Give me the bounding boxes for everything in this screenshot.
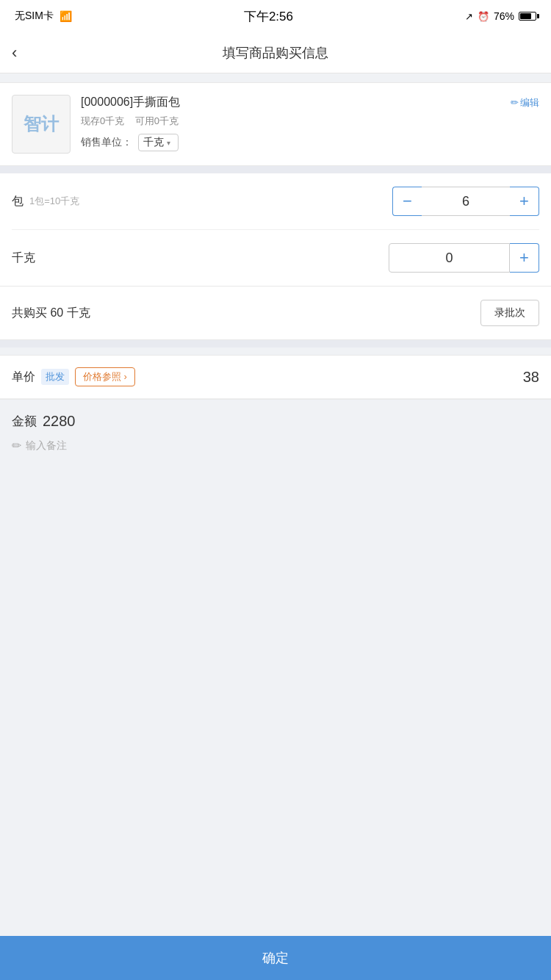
battery-text: 76%: [494, 10, 514, 22]
stock-available: 可用0千克: [135, 115, 179, 126]
alarm-icon: ⏰: [478, 11, 489, 22]
status-time: 下午2:56: [244, 8, 293, 25]
batch-button[interactable]: 录批次: [480, 300, 539, 326]
quantity-kg-row: 千克 +: [12, 230, 539, 286]
summary-row: 共购买 60 千克 录批次: [0, 287, 551, 340]
confirm-bar[interactable]: 确定: [0, 936, 551, 980]
unit-selector[interactable]: 千克 ▾: [138, 134, 179, 151]
kg-increment-button[interactable]: +: [510, 243, 539, 273]
amount-value: 2280: [43, 413, 76, 430]
edit-label: 编辑: [520, 96, 539, 109]
back-button[interactable]: ‹: [12, 43, 17, 62]
quantity-section: 包 1包=10千克 − + 千克 +: [0, 173, 551, 287]
kg-controls: +: [389, 243, 539, 273]
edit-button[interactable]: ✏ 编辑: [511, 96, 539, 109]
price-ref-button[interactable]: 价格参照 ›: [75, 367, 135, 386]
status-carrier: 无SIM卡 📶: [15, 10, 72, 23]
product-name-row: [0000006]手撕面包 ✏ 编辑: [81, 95, 539, 110]
bao-hint: 1包=10千克: [29, 195, 79, 208]
product-name: [0000006]手撕面包: [81, 95, 180, 110]
location-icon: ↗: [465, 11, 473, 22]
bottom-spacer: [0, 460, 551, 607]
price-section: 单价 批发 价格参照 › 38: [0, 355, 551, 400]
bao-label-group: 包 1包=10千克: [12, 194, 79, 209]
kg-label: 千克: [12, 251, 35, 266]
amount-section: 金额 2280 ✏ 输入备注: [0, 400, 551, 460]
note-icon: ✏: [12, 439, 21, 453]
product-thumbnail: 智计: [12, 95, 71, 154]
status-indicators: ↗ ⏰ 76%: [465, 10, 536, 22]
battery-icon: [519, 12, 536, 21]
amount-row: 金额 2280: [12, 413, 539, 430]
price-row: 单价 批发 价格参照 › 38: [0, 356, 551, 399]
section-divider-1: [0, 166, 551, 173]
status-bar: 无SIM卡 📶 下午2:56 ↗ ⏰ 76%: [0, 0, 551, 32]
product-stock: 现存0千克 可用0千克: [81, 115, 539, 128]
edit-icon: ✏: [511, 97, 519, 108]
page-title: 填写商品购买信息: [223, 44, 328, 62]
nav-bar: ‹ 填写商品购买信息: [0, 32, 551, 73]
bao-controls: − +: [392, 187, 539, 216]
product-unit-row: 销售单位： 千克 ▾: [81, 134, 539, 151]
note-row[interactable]: ✏ 输入备注: [12, 439, 539, 453]
unit-value: 千克: [143, 136, 164, 149]
wifi-icon: 📶: [60, 10, 72, 22]
summary-text: 共购买 60 千克: [12, 306, 90, 321]
price-type-tag: 批发: [41, 369, 69, 385]
amount-label: 金额: [12, 413, 37, 430]
confirm-text: 确定: [262, 949, 289, 967]
product-info: [0000006]手撕面包 ✏ 编辑 现存0千克 可用0千克 销售单位： 千克 …: [81, 95, 539, 151]
price-label: 单价: [12, 370, 35, 385]
price-value: 38: [523, 369, 539, 386]
bao-decrement-button[interactable]: −: [392, 187, 422, 216]
carrier-text: 无SIM卡: [15, 10, 54, 23]
quantity-bao-row: 包 1包=10千克 − +: [12, 173, 539, 230]
product-logo: 智计: [24, 112, 59, 136]
bao-increment-button[interactable]: +: [510, 187, 539, 216]
section-divider-2: [0, 340, 551, 347]
unit-label: 销售单位：: [81, 136, 132, 149]
bao-label: 包: [12, 194, 24, 209]
kg-label-group: 千克: [12, 251, 35, 266]
stock-current: 现存0千克: [81, 115, 124, 126]
product-card: 智计 [0000006]手撕面包 ✏ 编辑 现存0千克 可用0千克 销售单位： …: [0, 82, 551, 166]
note-placeholder: 输入备注: [26, 439, 67, 453]
kg-input[interactable]: [389, 243, 510, 273]
unit-dropdown-icon: ▾: [167, 139, 170, 147]
bao-input[interactable]: [422, 187, 510, 216]
